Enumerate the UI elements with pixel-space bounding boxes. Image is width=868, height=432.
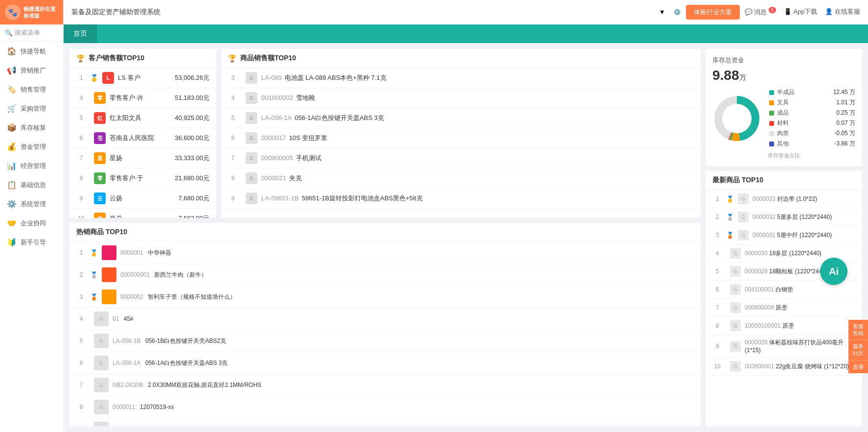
hot-product-img: G (94, 378, 109, 392)
legend-item: 材料 0.07 万 (769, 119, 855, 127)
operation-icon: 📊 (7, 161, 17, 170)
hot-product-item: 9 G KK-SD22110H 花语萌值温分腿睡袋（厚款） (69, 418, 701, 426)
sidebar: 🐾 畅捷通好生意 标准版 🔍 搜索菜单 🏠 快捷导航 📢 营销推广 🏷️ 销售管… (0, 0, 64, 432)
product-sales-panel: 🏆 商品销售额TOP10 3 G LA-089电池盖 LA-089 ABS本色+… (221, 49, 701, 218)
sidebar-item-guide[interactable]: 🔰 新手引导 (0, 233, 63, 252)
hot-product-info: LA-056-1B 056-1B白色按键开关壳ABS2克 (113, 337, 694, 345)
float-community[interactable]: 服务社区 (848, 340, 868, 360)
donut-chart (712, 94, 761, 144)
rank-avatar: G (246, 92, 257, 104)
hot-product-item: 6 G LA-056-1A 056-1A白色按键开关盖ABS 3克 (69, 352, 701, 374)
customer-ranking-item: 5 红 红太阳文具 40,925.00元 (69, 108, 216, 128)
legend-value: 0.25 万 (836, 109, 855, 117)
rank-name: 000800005手机测试 (261, 154, 694, 163)
product-ranking-item: 3 G LA-089电池盖 LA-089 ABS本色+黑种 7.1克 (221, 68, 701, 88)
system-title: 装备及固定资产辅助管理系统 (71, 8, 654, 17)
sidebar-item-finance[interactable]: 💰 资金管理 (0, 137, 63, 156)
rank-avatar: G (246, 112, 257, 124)
product-rank: 5 (712, 268, 722, 275)
legend-dot (769, 111, 774, 116)
rank-number: 6 (76, 135, 86, 142)
legend-label: 其他 (777, 140, 831, 148)
product-trophy-icon: 🏆 (228, 54, 236, 62)
rank-amount: 36,600.00元 (175, 134, 209, 143)
float-customer-service[interactable]: 客服热线 (848, 320, 868, 340)
new-product-item: 3 🥉 G 0000031 5厘中纤 (1220*2440) (706, 226, 862, 244)
sidebar-item-marketing[interactable]: 📢 营销推广 (0, 61, 63, 80)
inventory-panel: 库存总资金 9.88万 (706, 49, 862, 166)
sidebar-item-quick-nav[interactable]: 🏠 快捷导航 (0, 42, 63, 61)
legend-value: -3.86 万 (834, 140, 855, 148)
settings-icon[interactable]: ⚙️ (673, 8, 681, 16)
rank-avatar: G (246, 172, 257, 184)
product-info: 003800001 22g鱼豆腐·烧烤味 (1*12*20) (745, 362, 855, 371)
product-rank: 3 (712, 232, 722, 239)
legend-dot (769, 121, 774, 126)
hot-product-info: 0000001 中华神器 (120, 249, 694, 257)
sidebar-item-operation[interactable]: 📊 经营管理 (0, 156, 63, 175)
product-ranking-item: 6 G 000001710S 变扭罗浆 (221, 128, 701, 148)
home-icon: 🏠 (7, 47, 17, 56)
system-dropdown[interactable]: ▼ (659, 8, 665, 16)
experience-btn[interactable]: 体验行业方案 (686, 5, 740, 20)
product-medal: 🥈 (726, 214, 734, 221)
hot-rank: 5 (76, 337, 86, 344)
product-info: 004100001 白钢垫 (745, 286, 855, 294)
new-products-header: 最新商品 TOP10 (706, 171, 862, 190)
sidebar-item-enterprise[interactable]: 🤝 企业协同 (0, 214, 63, 233)
float-live[interactable]: 直播 (848, 360, 868, 373)
rank-name: 000001710S 变扭罗浆 (261, 134, 694, 143)
rank-number: 4 (228, 95, 238, 101)
main-content: 装备及固定资产辅助管理系统 ▼ ⚙️ 体验行业方案 💬 消息 6 📱 App下载… (64, 0, 868, 432)
ai-chat-button[interactable]: Ai (820, 258, 847, 285)
rank-avatar: 红 (94, 112, 106, 124)
product-info: 000800008 原垄 (745, 304, 855, 312)
sidebar-item-basic-info[interactable]: 📋 基础信息 (0, 175, 63, 194)
legend-value: 1.01 万 (836, 98, 855, 107)
finance-icon: 💰 (7, 142, 17, 151)
product-rank: 2 (712, 214, 722, 220)
content-area: 🏆 客户销售额TOP10 1 🥇 L LS 客户 53,006.26元 4 零 … (64, 43, 868, 432)
hot-product-img: G (94, 334, 109, 348)
marketing-icon: 📢 (7, 66, 17, 75)
sidebar-item-inventory[interactable]: 📦 库存核算 (0, 118, 63, 137)
product-rank: 6 (712, 286, 722, 293)
app-download-btn[interactable]: 📱 App下载 (784, 7, 817, 16)
product-icon-box: G (738, 193, 749, 204)
rank-number: 6 (228, 135, 238, 142)
trophy-icon: 🏆 (76, 54, 85, 62)
online-service-btn[interactable]: 👤 在线客服 (825, 7, 860, 16)
message-btn[interactable]: 💬 消息 6 (745, 7, 777, 17)
rank-name: 云扬 (110, 194, 174, 203)
sidebar-item-sys-manage[interactable]: ⚙️ 系统管理 (0, 194, 63, 214)
rank-name: 001000002雪地靴 (261, 94, 694, 102)
search-menu[interactable]: 🔍 搜索菜单 (0, 24, 63, 42)
legend-dot (769, 142, 774, 146)
legend-value: -0.05 万 (834, 129, 855, 138)
legend-item: 其他 -3.86 万 (769, 140, 855, 148)
hot-product-info: NB2.0X30B 2.0X30MM双搓花轴,搓花直径2.1MM/ROHS (113, 381, 694, 389)
search-icon: 🔍 (5, 29, 13, 37)
product-icon-box: G (738, 212, 749, 222)
product-rank: 4 (712, 250, 722, 257)
product-icon-box: G (730, 302, 741, 313)
customer-ranking-item: 9 云 云扬 7,680.00元 (69, 189, 216, 209)
product-sales-list: 3 G LA-089电池盖 LA-089 ABS本色+黑种 7.1克 4 G 0… (221, 68, 701, 209)
legend-value: 0.07 万 (836, 119, 855, 127)
product-icon-box: G (730, 341, 741, 352)
hot-product-img: G (94, 400, 109, 414)
sidebar-item-purchase[interactable]: 🛒 采购管理 (0, 99, 63, 118)
guide-icon: 🔰 (7, 238, 17, 247)
hot-product-item: 7 G NB2.0X30B 2.0X30MM双搓花轴,搓花直径2.1MM/ROH… (69, 374, 701, 396)
product-info: 0000030 18多层 (1220*2440) (745, 249, 855, 258)
sidebar-item-sales[interactable]: 🏷️ 销售管理 (0, 80, 63, 99)
product-ranking-item: 5 G LA-056-1A056-1A白色按键开关盖ABS 3克 (221, 108, 701, 128)
customer-ranking-item: 4 零 零售客户·许 51,183.00元 (69, 88, 216, 108)
hot-product-img (102, 245, 116, 260)
hot-product-info: LA-056-1A 056-1A白色按键开关盖ABS 3克 (113, 359, 694, 367)
product-rank: 8 (712, 322, 722, 329)
tab-home[interactable]: 首页 (64, 24, 97, 43)
product-icon-box: G (738, 230, 749, 240)
top-row: 🏆 客户销售额TOP10 1 🥇 L LS 客户 53,006.26元 4 零 … (69, 49, 701, 218)
inventory-amount-row: 9.88万 (712, 68, 855, 83)
